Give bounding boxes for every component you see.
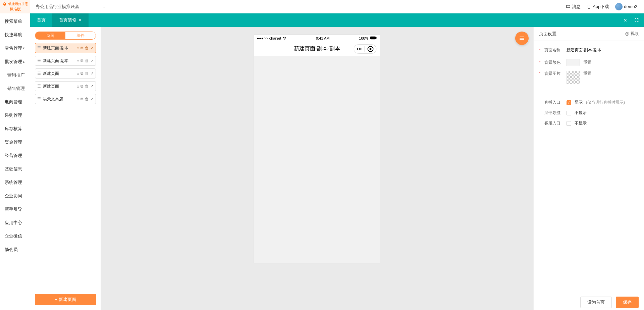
home-icon[interactable]: ⌂ bbox=[77, 58, 79, 63]
canvas: ●●●○○ chanjet 9:41 AM 100% bbox=[101, 27, 533, 310]
delete-icon[interactable]: 🗑 bbox=[85, 97, 89, 101]
svg-rect-1 bbox=[588, 5, 590, 8]
share-icon[interactable]: ↗ bbox=[90, 58, 94, 63]
copy-icon[interactable]: ⧉ bbox=[80, 58, 84, 63]
share-icon[interactable]: ↗ bbox=[90, 71, 94, 76]
tab-designer[interactable]: 首页装修 ✕ bbox=[52, 13, 89, 27]
settings-panel: 页面设置 视频 * 页面名称 * bbox=[533, 27, 644, 310]
delete-icon[interactable]: 🗑 bbox=[85, 58, 89, 63]
checkbox-bottom-nav[interactable] bbox=[567, 111, 571, 115]
reset-bg-color[interactable]: 重置 bbox=[583, 60, 591, 65]
sidebar-item-purchase[interactable]: 采购管理 bbox=[0, 109, 30, 122]
delete-icon[interactable]: 🗑 bbox=[85, 71, 89, 76]
label-cs: 客服入口 bbox=[544, 120, 563, 126]
sidebar-item-finance[interactable]: 资金管理 bbox=[0, 136, 30, 149]
share-icon[interactable]: ↗ bbox=[90, 46, 94, 50]
sidebar-item-system[interactable]: 系统管理 bbox=[0, 176, 30, 189]
share-icon[interactable]: ↗ bbox=[90, 84, 94, 89]
copy-icon[interactable]: ⧉ bbox=[80, 84, 84, 89]
svg-rect-2 bbox=[370, 37, 376, 39]
app-download-button[interactable]: App下载 bbox=[587, 4, 609, 10]
drag-icon[interactable]: ☰ bbox=[37, 97, 41, 101]
miniprogram-capsule[interactable]: ••• bbox=[354, 44, 377, 54]
label-live: 直播入口 bbox=[544, 100, 563, 105]
close-all-button[interactable]: ✕ bbox=[621, 15, 630, 25]
tabs-bar: 首页 首页装修 ✕ ✕ bbox=[30, 13, 644, 27]
phone-status-bar: ●●●○○ chanjet 9:41 AM 100% bbox=[254, 35, 380, 42]
seg-component[interactable]: 组件 bbox=[65, 32, 96, 39]
bg-image-picker[interactable] bbox=[567, 71, 580, 84]
home-icon[interactable]: ⌂ bbox=[77, 46, 79, 50]
sidebar-item-collab[interactable]: 企业协同 bbox=[0, 189, 30, 203]
page-item[interactable]: ☰ 新建页面 ⌂⧉🗑↗ bbox=[35, 81, 96, 91]
phone-icon bbox=[587, 4, 591, 9]
sidebar-item-guide[interactable]: 新手引导 bbox=[0, 203, 30, 216]
sidebar-item-retail[interactable]: 零售管理▼ bbox=[0, 42, 30, 55]
topbar: 畅捷通好生意 标准版 办公用品行业模拟账套 ⌄ 消息 App下载 demo2 bbox=[0, 0, 644, 13]
chevron-down-icon: ⌄ bbox=[103, 5, 105, 8]
tab-home[interactable]: 首页 bbox=[30, 13, 52, 27]
wifi-icon bbox=[282, 36, 286, 40]
drag-icon[interactable]: ☰ bbox=[37, 58, 41, 63]
sidebar-item-ecommerce[interactable]: 电商管理 bbox=[0, 95, 30, 109]
sidebar-item-wholesale[interactable]: 批发管理▲ bbox=[0, 55, 30, 68]
messages-button[interactable]: 消息 bbox=[566, 4, 581, 10]
drag-icon[interactable]: ☰ bbox=[37, 46, 41, 50]
video-link[interactable]: 视频 bbox=[625, 31, 639, 37]
delete-icon[interactable]: 🗑 bbox=[85, 46, 89, 50]
sidebar-item-basic[interactable]: 基础信息 bbox=[0, 162, 30, 176]
phone-body[interactable] bbox=[254, 56, 380, 263]
home-icon[interactable]: ⌂ bbox=[77, 97, 79, 101]
float-menu-button[interactable] bbox=[515, 32, 529, 45]
page-item[interactable]: ☰ 新建页面-副本... ⌂ ⧉ 🗑 ↗ bbox=[35, 43, 96, 53]
reset-bg-img[interactable]: 重置 bbox=[583, 71, 591, 76]
user-menu[interactable]: demo2 bbox=[615, 3, 637, 10]
fullscreen-button[interactable] bbox=[632, 15, 641, 25]
checkbox-cs[interactable] bbox=[567, 121, 571, 126]
drag-icon[interactable]: ☰ bbox=[37, 84, 41, 89]
segment-control: 页面 组件 bbox=[35, 32, 96, 40]
play-icon bbox=[625, 32, 629, 36]
delete-icon[interactable]: 🗑 bbox=[85, 84, 89, 89]
home-icon[interactable]: ⌂ bbox=[77, 71, 79, 76]
sidebar-item-inventory[interactable]: 库存核算 bbox=[0, 122, 30, 136]
avatar bbox=[615, 3, 623, 10]
account-selector[interactable]: 办公用品行业模拟账套 ⌄ bbox=[36, 4, 105, 10]
close-icon[interactable]: ✕ bbox=[78, 18, 82, 22]
sidebar-item-search[interactable]: 搜索菜单 bbox=[0, 15, 30, 28]
caret-up-icon: ▲ bbox=[22, 60, 25, 63]
page-item[interactable]: ☰ 昊天文具店 ⌂⧉🗑↗ bbox=[35, 94, 96, 104]
page-name-input[interactable] bbox=[567, 46, 639, 54]
battery-icon bbox=[370, 36, 377, 40]
share-icon[interactable]: ↗ bbox=[90, 97, 94, 101]
sidebar-item-operation[interactable]: 经营管理 bbox=[0, 149, 30, 162]
settings-title: 页面设置 bbox=[539, 31, 556, 37]
copy-icon[interactable]: ⧉ bbox=[80, 97, 84, 101]
page-item[interactable]: ☰ 新建页面 ⌂⧉🗑↗ bbox=[35, 68, 96, 79]
phone-nav-bar: 新建页面-副本-副本 ••• bbox=[254, 42, 380, 56]
drag-icon[interactable]: ☰ bbox=[37, 71, 41, 76]
signal-icon: ●●●○○ bbox=[257, 36, 268, 40]
bg-color-swatch[interactable] bbox=[567, 59, 580, 66]
seg-page[interactable]: 页面 bbox=[35, 32, 65, 39]
save-button[interactable]: 保存 bbox=[616, 297, 639, 308]
sidebar-item-sales[interactable]: 销售管理 bbox=[0, 82, 30, 95]
copy-icon[interactable]: ⧉ bbox=[80, 71, 84, 76]
home-icon[interactable]: ⌂ bbox=[77, 84, 79, 89]
sidebar: 搜索菜单 快捷导航 零售管理▼ 批发管理▲ 营销推广 销售管理 电商管理 采购管… bbox=[0, 13, 30, 310]
sidebar-item-appcenter[interactable]: 应用中心 bbox=[0, 216, 30, 229]
svg-rect-3 bbox=[376, 37, 377, 38]
set-home-button[interactable]: 设为首页 bbox=[580, 297, 612, 308]
sidebar-item-marketing[interactable]: 营销推广 bbox=[0, 68, 30, 82]
page-item[interactable]: ☰ 新建页面-副本 ⌂⧉🗑↗ bbox=[35, 56, 96, 66]
new-page-button[interactable]: + 新建页面 bbox=[35, 294, 96, 305]
sidebar-item-wechat[interactable]: 企业微信 bbox=[0, 229, 30, 243]
caret-down-icon: ▼ bbox=[22, 47, 25, 50]
checkbox-live[interactable]: ✓ bbox=[567, 100, 571, 105]
copy-icon[interactable]: ⧉ bbox=[80, 46, 84, 50]
sidebar-item-member[interactable]: 畅会员 bbox=[0, 243, 30, 256]
page-panel: 页面 组件 ☰ 新建页面-副本... ⌂ ⧉ 🗑 ↗ bbox=[30, 27, 101, 310]
sidebar-item-quicknav[interactable]: 快捷导航 bbox=[0, 28, 30, 42]
hamburger-icon bbox=[519, 35, 525, 42]
account-name: 办公用品行业模拟账套 bbox=[36, 4, 79, 10]
